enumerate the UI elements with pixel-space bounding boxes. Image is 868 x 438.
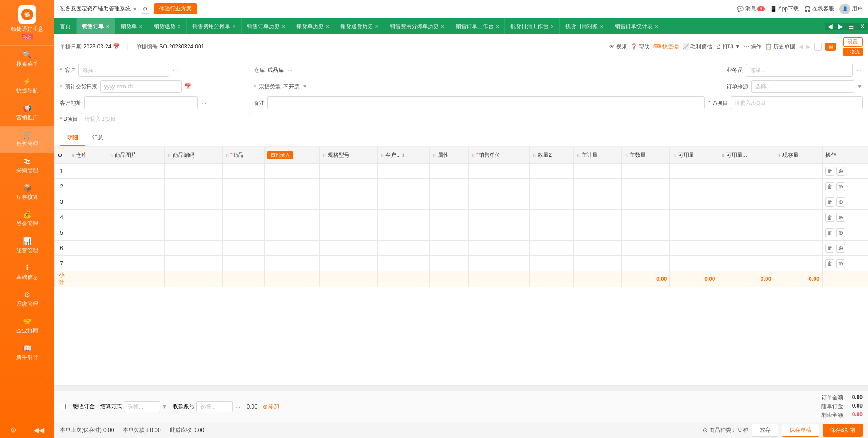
history-btn[interactable]: 📋 历史单据 [765, 43, 795, 51]
ops-btn[interactable]: ⋯ 操作 [744, 43, 761, 51]
row-available-qty2-4[interactable] [718, 210, 774, 225]
calendar-icon[interactable]: 📅 [113, 43, 120, 50]
sidebar-item-base-info[interactable]: ℹ 基础信息 [0, 259, 54, 286]
row-product-code-2[interactable] [165, 179, 222, 194]
profit-btn[interactable]: 📈 毛利预估 [682, 43, 712, 51]
scan-btn[interactable]: 扫码录入 [267, 151, 293, 159]
add-material-btn[interactable]: + 物流 [843, 48, 863, 56]
row-qty2-6[interactable] [530, 241, 574, 256]
row-current-qty-1[interactable] [774, 164, 822, 179]
row-current-qty-7[interactable] [774, 256, 822, 271]
tab-close-btn[interactable]: ✕ [857, 23, 868, 30]
dropdown-arrow-icon[interactable]: ▼ [132, 6, 137, 12]
salesperson-more-icon[interactable]: ··· [855, 67, 863, 74]
row-delete-btn-3[interactable]: 🗑 [825, 197, 834, 207]
tab-sales-expense[interactable]: 销售费用分摊单 ✕ [187, 18, 242, 34]
close-tab-icon[interactable]: ✕ [106, 24, 109, 29]
row-product-5[interactable] [222, 225, 264, 241]
row-available-qty-2[interactable] [670, 179, 718, 194]
close-tab-icon[interactable]: ✕ [232, 24, 236, 29]
row-available-qty2-5[interactable] [718, 225, 774, 241]
payment-dropdown-icon[interactable]: ▼ [162, 404, 167, 410]
online-service-btn[interactable]: 🎧 在线客服 [804, 5, 834, 13]
grid-view-btn[interactable]: ▦ [825, 43, 836, 51]
row-copy-btn-4[interactable]: ⊕ [836, 213, 845, 222]
print-btn[interactable]: 🖨 打印 ▼ [716, 43, 740, 51]
industry-solution-btn[interactable]: 体验行业方案 [154, 3, 197, 14]
row-product-code-6[interactable] [165, 241, 222, 256]
row-copy-btn-3[interactable]: ⊕ [836, 197, 845, 207]
row-product-img-7[interactable] [107, 256, 165, 271]
settings-quick-btn[interactable]: 设置 [843, 37, 863, 47]
delivery-date-input[interactable] [100, 80, 182, 93]
row-customer-info-5[interactable] [377, 225, 430, 241]
row-current-qty-2[interactable] [774, 179, 822, 194]
settings-btn[interactable]: ⚙ [141, 5, 150, 14]
row-product-7[interactable] [222, 256, 264, 271]
row-product-img-2[interactable] [107, 179, 165, 194]
row-main-qty-5[interactable] [622, 225, 670, 241]
close-tab-icon[interactable]: ✕ [139, 24, 142, 29]
invoice-type-dropdown-icon[interactable]: ▼ [302, 83, 308, 90]
row-current-qty-4[interactable] [774, 210, 822, 225]
tab-order-workbench[interactable]: 销售订单工作台 ✕ [450, 18, 505, 34]
row-available-qty-1[interactable] [670, 164, 718, 179]
project-a-input[interactable] [731, 96, 863, 109]
project-b-input[interactable] [81, 113, 250, 125]
tab-invoice-history[interactable]: 销货单历史 ✕ [291, 18, 335, 34]
app-download-btn[interactable]: 📱 App下载 [770, 5, 799, 13]
row-unit-7[interactable] [468, 256, 530, 271]
sidebar-item-guide[interactable]: 📖 新手引导 [0, 339, 54, 366]
tab-home[interactable]: 首页 [54, 18, 77, 34]
row-main-unit-5[interactable] [573, 225, 621, 241]
row-spec-5[interactable] [320, 225, 377, 241]
one-click-checkout-checkbox[interactable] [60, 404, 66, 409]
row-product-code-4[interactable] [165, 210, 222, 225]
row-copy-btn-2[interactable]: ⊕ [836, 182, 845, 191]
close-tab-icon[interactable]: ✕ [600, 24, 603, 29]
row-product-code-7[interactable] [165, 256, 222, 271]
row-main-qty-1[interactable] [622, 164, 670, 179]
row-qty2-1[interactable] [530, 164, 574, 179]
close-tab-icon[interactable]: ✕ [281, 24, 285, 29]
receipt-account-input[interactable] [196, 401, 233, 412]
row-spec-6[interactable] [320, 241, 377, 256]
horizontal-scrollbar[interactable] [54, 385, 868, 391]
row-copy-btn-6[interactable]: ⊕ [836, 244, 845, 253]
row-customer-info-2[interactable] [377, 179, 430, 194]
row-attribute-7[interactable] [430, 256, 468, 271]
row-warehouse-5[interactable] [68, 225, 107, 241]
close-tab-icon[interactable]: ✕ [441, 24, 444, 29]
notes-input[interactable] [267, 96, 705, 109]
row-delete-btn-1[interactable]: 🗑 [825, 167, 834, 176]
close-tab-icon[interactable]: ✕ [375, 24, 378, 29]
sidebar-item-system[interactable]: ⚙ 系统管理 [0, 286, 54, 313]
row-spec-4[interactable] [320, 210, 377, 225]
row-main-unit-2[interactable] [573, 179, 621, 194]
row-spec-1[interactable] [320, 164, 377, 179]
row-available-qty2-2[interactable] [718, 179, 774, 194]
row-product-img-1[interactable] [107, 164, 165, 179]
row-attribute-2[interactable] [430, 179, 468, 194]
tab-detail[interactable]: 明细 [60, 130, 85, 146]
row-customer-info-1[interactable] [377, 164, 430, 179]
row-product-1[interactable] [222, 164, 264, 179]
nav-next-icon[interactable]: ▶ [806, 43, 810, 50]
row-available-qty-6[interactable] [670, 241, 718, 256]
row-delete-btn-7[interactable]: 🗑 [825, 259, 834, 268]
row-spec-2[interactable] [320, 179, 377, 194]
row-main-unit-4[interactable] [573, 210, 621, 225]
close-tab-icon[interactable]: ✕ [550, 24, 554, 29]
row-main-unit-7[interactable] [573, 256, 621, 271]
row-copy-btn-7[interactable]: ⊕ [836, 259, 845, 268]
row-copy-btn-1[interactable]: ⊕ [836, 167, 845, 176]
tab-sales-order[interactable]: 销售订单 ✕ [77, 18, 115, 34]
row-product-img-4[interactable] [107, 210, 165, 225]
receipt-more-icon[interactable]: ··· [234, 403, 242, 410]
view-btn[interactable]: 👁 视频 [609, 43, 627, 51]
row-product-img-6[interactable] [107, 241, 165, 256]
row-attribute-4[interactable] [430, 210, 468, 225]
tab-sales-invoice[interactable]: 销货单 ✕ [115, 18, 148, 34]
row-available-qty2-7[interactable] [718, 256, 774, 271]
order-source-dropdown-icon[interactable]: ▼ [857, 83, 863, 90]
